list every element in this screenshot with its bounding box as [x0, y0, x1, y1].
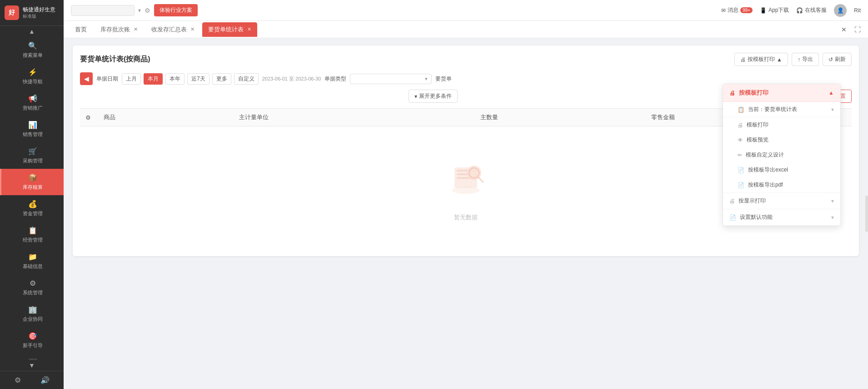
inventory-icon: 📦: [28, 173, 37, 182]
set-default-arrow: ▾: [831, 214, 834, 221]
tab-collection-report[interactable]: 收发存汇总表 ✕: [145, 22, 200, 37]
col-quantity: 主数量: [475, 109, 646, 126]
user-avatar[interactable]: 👤: [834, 4, 847, 17]
date-label: 单据日期: [96, 75, 118, 83]
username-label: Rit: [854, 7, 861, 14]
topbar-right: ✉ 消息 99+ 📱 App下载 🎧 在线客服 👤 Rit: [721, 4, 861, 17]
purchase-icon: 🛒: [28, 147, 37, 156]
quick-nav-icon: ⚡: [28, 68, 37, 76]
header-actions: 🖨 按模板打印 ▲ ↑ 导出 ↺ 刷新: [734, 53, 852, 66]
print-chevron-up-icon: ▲: [777, 56, 782, 63]
col-goods: 商品: [98, 109, 234, 126]
sidebar-settings-icon[interactable]: ⚙: [15, 376, 21, 384]
topbar-chevron-icon[interactable]: ▾: [138, 7, 141, 14]
sidebar-item-sales[interactable]: 📊 销售管理: [0, 116, 64, 142]
date-custom[interactable]: 自定义: [234, 73, 259, 85]
template-export-excel-item[interactable]: 📄 按模板导出excel: [723, 162, 840, 177]
display-print-icon: 🖨: [729, 198, 735, 204]
sidebar-item-quick-nav[interactable]: ⚡ 快捷导航: [0, 63, 64, 90]
app-download-button[interactable]: 📱 App下载: [760, 6, 789, 14]
print-dropdown-header[interactable]: 🖨 按模板打印 ▲: [723, 84, 840, 102]
tabs-bar: 首页 库存批次账 ✕ 收发存汇总表 ✕ 要货单统计表 ✕ ✕ ⛶: [64, 21, 868, 38]
print-button[interactable]: 🖨 按模板打印 ▲: [734, 53, 788, 66]
goods-label: 要货单: [435, 75, 452, 83]
refresh-button[interactable]: ↺ 刷新: [823, 53, 852, 66]
dropdown-header-left: 🖨 按模板打印: [729, 89, 768, 97]
table-settings-icon[interactable]: ⚙: [85, 114, 91, 121]
guide-icon: 🎯: [28, 332, 37, 340]
tab-requisition-stats[interactable]: 要货单统计表 ✕: [202, 22, 257, 37]
template-print-icon: 🖨: [738, 122, 743, 128]
search-icon: 🔍: [28, 41, 37, 50]
tab-requisition-stats-close[interactable]: ✕: [247, 26, 251, 32]
topbar-search-input[interactable]: [71, 5, 135, 16]
set-default-item[interactable]: 📄 设置默认功能 ▾: [723, 209, 840, 226]
export-button[interactable]: ↑ 导出: [792, 53, 819, 66]
template-preview-icon: 👁: [738, 137, 743, 143]
scrollbar-handle[interactable]: [865, 196, 868, 232]
tabs-close-button[interactable]: ✕: [839, 25, 849, 35]
sidebar-item-search[interactable]: 🔍 搜索菜单: [0, 37, 64, 63]
sales-icon: 📊: [28, 121, 37, 129]
set-default-icon: 📄: [729, 214, 736, 221]
sidebar-footer: ⚙ 🔊: [0, 371, 64, 389]
message-button[interactable]: ✉ 消息 99+: [721, 6, 753, 14]
sidebar-item-finance[interactable]: 💰 资金管理: [0, 195, 64, 222]
topbar-left: ▾ ⚙ 体验行业方案: [71, 4, 198, 16]
template-export-pdf-item[interactable]: 📄 按模板导出pdf: [723, 177, 840, 192]
sidebar-item-guide[interactable]: 🎯 新手引导: [0, 327, 64, 354]
template-label-icon: 📋: [738, 106, 744, 113]
date-more[interactable]: 更多: [212, 73, 231, 85]
template-preview-item[interactable]: 👁 模板预览: [723, 132, 840, 147]
app-logo: 好 畅捷通好生意 标准版: [0, 0, 64, 26]
topbar-gear-icon[interactable]: ⚙: [145, 7, 150, 14]
template-print-item[interactable]: 🖨 模板打印: [723, 117, 840, 132]
current-template-item[interactable]: 📋 当前：要货单统计表 ▾: [723, 102, 840, 117]
export-icon: ↑: [798, 56, 800, 63]
sidebar-item-marketing[interactable]: 📢 营销推广: [0, 90, 64, 116]
date-curr-month[interactable]: 本月: [144, 73, 163, 85]
sidebar-item-appstore[interactable]: 🔲 应用中心: [0, 354, 64, 360]
date-range: 2023-06-01 至 2023-06-30: [262, 76, 321, 82]
collapse-btn[interactable]: ◀: [80, 72, 93, 85]
expand-down-icon: ▾: [414, 93, 417, 100]
tabs-expand-button[interactable]: ⛶: [853, 25, 863, 35]
tab-collection-report-close[interactable]: ✕: [190, 26, 195, 32]
sidebar-item-system[interactable]: ⚙ 系统管理: [0, 274, 64, 301]
date-7days[interactable]: 近7天: [187, 73, 210, 85]
online-service-button[interactable]: 🎧 在线客服: [796, 6, 827, 14]
empty-text: 暂无数据: [454, 213, 478, 222]
finance-icon: 💰: [28, 200, 37, 208]
export-excel-icon: 📄: [738, 167, 744, 173]
set-default-left: 📄 设置默认功能: [729, 213, 773, 221]
page-title: 要货单统计表(按商品): [80, 55, 150, 64]
promo-button[interactable]: 体验行业方案: [154, 4, 198, 16]
sidebar: 好 畅捷通好生意 标准版 ▲ 🔍 搜索菜单 ⚡ 快捷导航 📢 营销推广 📊 销售…: [0, 0, 64, 389]
sidebar-sound-icon[interactable]: 🔊: [40, 376, 50, 384]
headset-icon: 🎧: [796, 7, 803, 14]
sidebar-item-operations[interactable]: 📋 经营管理: [0, 222, 64, 248]
current-template-section: 📋 当前：要货单统计表 ▾: [723, 102, 840, 117]
tab-batch-account[interactable]: 库存批次账 ✕: [95, 22, 144, 37]
expand-conditions-button[interactable]: ▾ 展开更多条件: [409, 90, 458, 103]
type-select[interactable]: ▾: [350, 74, 432, 84]
tab-home[interactable]: 首页: [69, 22, 93, 37]
basic-icon: 📁: [28, 253, 37, 261]
svg-line-7: [479, 177, 483, 182]
sidebar-item-basic[interactable]: 📁 基础信息: [0, 248, 64, 274]
type-select-arrow-icon: ▾: [425, 76, 428, 82]
sidebar-scroll-down[interactable]: ▼: [0, 360, 64, 371]
sidebar-scroll-up[interactable]: ▲: [0, 26, 64, 37]
sidebar-item-enterprise[interactable]: 🏢 企业协同: [0, 301, 64, 327]
date-curr-year[interactable]: 本年: [165, 73, 185, 85]
date-prev-month[interactable]: 上月: [122, 73, 141, 85]
printer-icon: 🖨: [740, 56, 746, 63]
display-print-left: 🖨 按显示打印: [729, 197, 766, 205]
print-options-section: 🖨 模板打印 👁 模板预览 ✏ 模板自定义设计: [723, 117, 840, 193]
sidebar-nav: 🔍 搜索菜单 ⚡ 快捷导航 📢 营销推广 📊 销售管理 🛒 采购管理 📦 库存核…: [0, 37, 64, 360]
sidebar-item-purchase[interactable]: 🛒 采购管理: [0, 142, 64, 169]
tab-batch-account-close[interactable]: ✕: [134, 26, 138, 32]
sidebar-item-inventory[interactable]: 📦 库存核算: [0, 169, 64, 195]
display-print-item[interactable]: 🖨 按显示打印 ▾: [723, 193, 840, 209]
template-design-item[interactable]: ✏ 模板自定义设计: [723, 147, 840, 162]
